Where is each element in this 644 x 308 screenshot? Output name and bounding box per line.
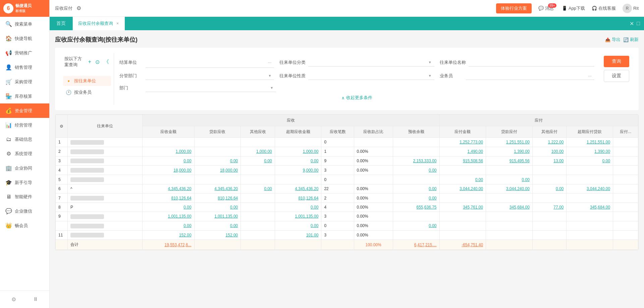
table-cell[interactable]: 0.00 [393, 184, 439, 193]
table-cell[interactable]: 4,345,436.20 [194, 184, 241, 193]
sidebar-item-finance[interactable]: 💰 资金管理 [0, 103, 49, 118]
promo-button[interactable]: 体验行业方案 [496, 3, 532, 13]
table-cell[interactable]: 77.00 [532, 203, 566, 212]
topbar-gear-icon[interactable]: ⚙ [76, 5, 81, 11]
table-cell[interactable]: 0.00 [194, 203, 241, 212]
table-cell[interactable]: 4,345,436.20 [275, 184, 321, 193]
salesperson-input[interactable] [469, 73, 588, 78]
refresh-button[interactable]: 🔄 刷新 [623, 37, 639, 43]
table-cell[interactable]: 0.00 [393, 166, 439, 175]
schema-tab-by-partner[interactable]: 🔸 按往来单位 [63, 76, 111, 86]
sidebar-item-sales[interactable]: 👤 销售管理 [0, 60, 49, 75]
tab-home[interactable]: 首页 [50, 17, 73, 30]
table-cell[interactable]: 0.00 [241, 156, 275, 166]
table-cell[interactable]: 100.00 [532, 147, 566, 156]
sidebar-item-marketing[interactable]: 📢 营销推广 [0, 46, 49, 60]
settlement-input-container[interactable]: ··· [146, 57, 274, 68]
table-cell[interactable]: 655,636.75 [393, 203, 439, 212]
filter-add-icon[interactable]: + [88, 58, 92, 65]
table-cell[interactable]: 1,001,135.00 [275, 212, 321, 221]
table-cell[interactable]: 1,001,135.00 [194, 212, 241, 221]
sidebar-item-guide[interactable]: 🎓 新手引导 [0, 175, 49, 190]
sidebar-item-smart-hw[interactable]: 🖥 智能硬件 [0, 190, 49, 204]
maximize-window-icon[interactable]: □ [637, 20, 640, 27]
table-cell[interactable]: 0.00 [194, 221, 241, 230]
partner-nature-input[interactable] [311, 73, 428, 78]
filter-collapse-icon[interactable]: 《 [103, 58, 110, 66]
table-cell[interactable]: 1,252,773.00 [439, 138, 486, 147]
table-cell[interactable]: 345,684.00 [567, 203, 613, 212]
table-cell[interactable]: 18,000.00 [194, 166, 241, 175]
table-cell[interactable]: 3,044,240.00 [567, 184, 613, 193]
online-service-btn[interactable]: 🎧 在线客服 [592, 5, 616, 11]
filter-setting-icon[interactable]: ⊙ [95, 58, 100, 66]
table-cell[interactable]: 1,000.00 [275, 147, 321, 156]
sidebar-item-quick-nav[interactable]: 🏠 快捷导航 [0, 31, 49, 46]
table-cell[interactable]: 0.00 [194, 156, 241, 166]
sidebar-item-purchase[interactable]: 🛒 采购管理 [0, 75, 49, 89]
table-cell[interactable]: 0.00 [532, 184, 566, 193]
table-cell[interactable]: 810,126.64 [194, 193, 241, 203]
sidebar-item-operations[interactable]: 📊 经营管理 [0, 118, 49, 132]
schema-tab-by-staff[interactable]: 🕐 按业务员 [63, 87, 111, 97]
table-cell[interactable]: 2,153,333.00 [393, 156, 439, 166]
salesperson-dots[interactable]: ··· [588, 73, 592, 78]
table-cell[interactable]: 3,044,240.00 [439, 184, 486, 193]
table-cell[interactable]: 9,000.00 [275, 166, 321, 175]
sidebar-item-collab[interactable]: 🏢 企业协同 [0, 161, 49, 175]
table-cell[interactable]: 1,251,551.00 [486, 138, 533, 147]
table-cell[interactable]: 810,126.64 [275, 193, 321, 203]
sidebar-item-member[interactable]: 👑 畅会员 [0, 218, 49, 233]
export-button[interactable]: 📤 导出 [605, 37, 621, 43]
table-cell[interactable]: 0.00 [142, 221, 194, 230]
sidebar-settings-btn[interactable]: ⚙ [4, 295, 23, 304]
table-cell[interactable]: 0.00 [241, 184, 275, 193]
table-cell[interactable]: 0.00 [567, 156, 613, 166]
table-cell[interactable]: 4,345,436.20 [142, 184, 194, 193]
table-cell[interactable]: 0.00 [439, 175, 486, 184]
settlement-dots[interactable]: ··· [268, 60, 271, 65]
partner-name-input[interactable] [471, 60, 592, 65]
sidebar-item-basic-info[interactable]: 🗂 基础信息 [0, 132, 49, 146]
salesperson-container[interactable]: ··· [466, 72, 594, 80]
query-button[interactable]: 查询 [604, 56, 629, 67]
dept-container[interactable]: ▼ [146, 72, 274, 80]
table-cell[interactable]: 345,684.00 [486, 203, 533, 212]
table-cell[interactable]: 1,490.00 [439, 147, 486, 156]
table-cell[interactable]: 915,495.56 [486, 156, 533, 166]
table-cell[interactable]: 3,044,240.00 [486, 184, 533, 193]
table-cell[interactable]: 0.00 [142, 203, 194, 212]
table-cell[interactable]: 915,508.56 [439, 156, 486, 166]
partner-nature-container[interactable]: ▼ [308, 72, 434, 80]
table-cell[interactable]: 0.00 [275, 156, 321, 166]
close-window-icon[interactable]: ✕ [630, 20, 634, 27]
table-cell[interactable]: 1,000.00 [142, 147, 194, 156]
table-cell[interactable]: 152.00 [142, 230, 194, 240]
table-cell[interactable]: 1,390.00 [486, 147, 533, 156]
partner-category-container[interactable]: ▼ [308, 58, 434, 67]
app-download-btn[interactable]: 📱 App下载 [562, 5, 585, 11]
partner-category-input[interactable] [311, 60, 428, 65]
table-cell[interactable]: 0.00 [275, 221, 321, 230]
table-cell[interactable]: 1,222.00 [532, 138, 566, 147]
table-cell[interactable]: 345,761.00 [439, 203, 486, 212]
sidebar-collapse-btn[interactable]: ⏸ [26, 295, 46, 304]
table-cell[interactable]: 810,126.64 [142, 193, 194, 203]
table-cell[interactable]: 1,251,551.00 [567, 138, 613, 147]
table-cell[interactable]: 18,000.00 [142, 166, 194, 175]
table-cell[interactable]: 0.00 [393, 193, 439, 203]
tab-active[interactable]: 应收应付余额查询 × [73, 17, 125, 30]
settlement-input[interactable] [148, 58, 268, 66]
table-cell[interactable]: 1,390.00 [567, 147, 613, 156]
message-btn[interactable]: 💬 消息 99+ [538, 5, 554, 11]
table-cell[interactable]: 1,001,135.00 [142, 212, 194, 221]
table-cell[interactable]: 1,000.00 [241, 147, 275, 156]
collapse-more-btn[interactable]: ∧ 收起更多条件 [119, 95, 594, 101]
partner-name-container[interactable] [469, 58, 594, 67]
user-info[interactable]: R Rit [623, 4, 639, 13]
department-input[interactable] [148, 85, 270, 90]
department-container[interactable]: ▼ [146, 84, 276, 92]
table-settings-icon[interactable]: ⚙ [60, 124, 63, 129]
sidebar-item-search-menu[interactable]: 🔍 搜索菜单 [0, 17, 49, 31]
table-cell[interactable]: 13.00 [532, 156, 566, 166]
